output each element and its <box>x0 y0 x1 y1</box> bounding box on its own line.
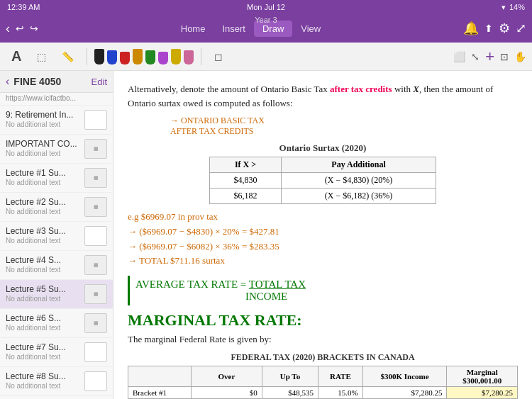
sidebar-thumb-5: ▦ <box>84 255 107 275</box>
pen-blue[interactable] <box>107 50 117 64</box>
sidebar-thumb-8 <box>84 342 107 362</box>
surtax-table-title: Ontario Surtax (2020) <box>209 142 436 154</box>
back-button[interactable]: ‹ <box>6 21 10 36</box>
tab-home[interactable]: Home <box>172 21 214 37</box>
fed-col-rate: RATE <box>318 366 363 386</box>
sidebar-url: https://www.icifactbo... <box>0 93 113 106</box>
fed-col-300k: $300K Income <box>362 366 447 386</box>
sidebar-item-4[interactable]: Lecture #3 Su... No additional text <box>0 222 113 251</box>
fed-col-over: Over <box>192 366 262 386</box>
sidebar-items-list: 9: Retirement In... No additional text I… <box>0 106 113 396</box>
add-page-button[interactable]: + Page <box>0 396 113 399</box>
sidebar-item-2[interactable]: Lecture #1 Su... No additional text ▦ <box>0 164 113 193</box>
fed-row-0: Bracket #1$0$48,53515.0%$7,280.25$7,280.… <box>128 386 518 398</box>
expand-icon[interactable]: ⤢ <box>516 21 526 36</box>
fed-cell-0-4: $7,280.25 <box>362 386 447 398</box>
sidebar-item-9[interactable]: Lecture #8 Su... No additional text <box>0 367 113 396</box>
zoom-toggle[interactable]: ⤡ <box>471 51 480 62</box>
hand-label-ontario: → ONTARIO BASIC TAXAFTER TAX CREDITS <box>170 116 518 137</box>
tab-insert[interactable]: Insert <box>214 21 254 37</box>
pen-pink[interactable] <box>184 50 194 64</box>
pen-green[interactable] <box>145 50 155 64</box>
text-tool[interactable]: A <box>6 45 27 67</box>
surtax-cell-1-1: (X − $6,182) (36%) <box>282 189 436 204</box>
sidebar-item-5[interactable]: Lecture #4 S... No additional text ▦ <box>0 251 113 280</box>
pen-yellow[interactable] <box>171 49 181 64</box>
avg-tax-rate-section: AVERAGE TAX RATE = TOTAL TAX INCOME <box>128 276 518 305</box>
sidebar-item-title-0: 9: Retirement In... <box>6 110 80 120</box>
top-toolbar: ‹ ↩ ↪ Year 3 Home Insert Draw View 🔔 ⬆ ⚙… <box>0 14 532 43</box>
add-content-button[interactable]: + <box>485 47 494 66</box>
example-line4: → TOTAL $711.16 surtax <box>128 254 518 269</box>
sidebar-item-1[interactable]: IMPORTANT CO... No additional text ▦ <box>0 135 113 164</box>
example-line3: → ($6969.07 − $6082) × 36% = $283.35 <box>128 240 518 254</box>
pen-orange[interactable] <box>133 49 143 64</box>
sidebar-item-0[interactable]: 9: Retirement In... No additional text <box>0 106 113 135</box>
sidebar-item-sub-7: No additional text <box>6 324 80 332</box>
fed-cell-0-5: $7,280.25 <box>447 386 518 398</box>
sidebar-item-sub-4: No additional text <box>6 237 80 245</box>
fed-col-bracket <box>128 366 192 386</box>
sidebar-back-icon[interactable]: ‹ <box>6 75 9 88</box>
settings-icon[interactable]: ⚙ <box>499 21 510 36</box>
eraser-tool[interactable]: ◻ <box>209 48 228 65</box>
undo-button[interactable]: ↩ <box>16 23 24 34</box>
surtax-row-1: $6,182(X − $6,182) (36%) <box>210 189 436 204</box>
bell-icon[interactable]: 🔔 <box>463 21 479 36</box>
fed-cell-0-0: Bracket #1 <box>128 386 192 398</box>
redo-button[interactable]: ↪ <box>30 23 38 34</box>
avg-rate-numerator: TOTAL TAX <box>249 279 306 290</box>
lasso-tool[interactable]: ⬚ <box>31 48 52 65</box>
avg-rate-label: AVERAGE TAX RATE = <box>135 279 246 290</box>
example-line2: → ($6969.07 − $4830) × 20% = $427.81 <box>128 225 518 240</box>
avg-rate-denominator: INCOME <box>135 291 287 302</box>
sidebar-thumb-6: ▦ <box>84 284 107 304</box>
tool-divider-2 <box>201 48 201 65</box>
surtax-section: Ontario Surtax (2020) If X > Pay Additio… <box>209 142 436 204</box>
sidebar-item-8[interactable]: Lecture #7 Su... No additional text <box>0 338 113 367</box>
sidebar-item-7[interactable]: Lecture #6 S... No additional text ▦ <box>0 309 113 338</box>
sidebar-thumb-1: ▦ <box>84 139 107 159</box>
sidebar-item-sub-0: No additional text <box>6 120 80 128</box>
page-view-toggle[interactable]: ⬜ <box>453 51 465 62</box>
sidebar-thumb-7: ▦ <box>84 313 107 333</box>
sidebar-item-title-9: Lecture #8 Su... <box>6 371 80 381</box>
sidebar-item-title-5: Lecture #4 S... <box>6 255 80 265</box>
sidebar-thumb-4 <box>84 226 107 246</box>
sidebar-item-3[interactable]: Lecture #2 Su... No additional text ▦ <box>0 193 113 222</box>
finger-draw-toggle[interactable]: ✋ <box>514 51 526 62</box>
more-options-button[interactable]: ⊡ <box>500 51 509 62</box>
share-icon[interactable]: ⬆ <box>484 23 493 34</box>
x-variable: X <box>413 84 419 94</box>
sidebar-item-title-3: Lecture #2 Su... <box>6 197 80 207</box>
sidebar-thumb-2: ▦ <box>84 168 107 188</box>
surtax-row-0: $4,830(X − $4,830) (20%) <box>210 173 436 189</box>
time-display: 12:39 AM <box>7 3 40 11</box>
content-area[interactable]: Alternatively, denote the amount of Onta… <box>113 71 532 399</box>
pen-tools <box>94 49 194 64</box>
sidebar: ‹ FINE 4050 Edit https://www.icifactbo..… <box>0 71 113 399</box>
surtax-cell-1-0: $6,182 <box>210 189 282 204</box>
day-display: Mon Jul 12 <box>247 3 285 11</box>
pen-black[interactable] <box>94 49 104 64</box>
sidebar-item-sub-6: No additional text <box>6 295 80 303</box>
sidebar-item-sub-9: No additional text <box>6 382 80 390</box>
ruler-tool[interactable]: 📏 <box>56 48 79 65</box>
example-notes: e.g $6969.07 in prov tax → ($6969.07 − $… <box>128 210 518 269</box>
main-layout: ‹ FINE 4050 Edit https://www.icifactbo..… <box>0 71 532 399</box>
pen-red[interactable] <box>120 52 130 64</box>
sidebar-item-6[interactable]: Lecture #5 Su... No additional text ▦ <box>0 280 113 309</box>
sidebar-item-title-1: IMPORTANT CO... <box>6 139 80 149</box>
sidebar-item-sub-2: No additional text <box>6 179 80 186</box>
sidebar-thumb-0 <box>84 110 107 130</box>
tab-view[interactable]: View <box>292 21 329 37</box>
sidebar-item-title-4: Lecture #3 Su... <box>6 226 80 236</box>
wifi-icon: ▾ <box>501 3 506 12</box>
sidebar-header: ‹ FINE 4050 Edit <box>0 71 113 93</box>
federal-tax-table-container: FEDERAL TAX (2020) BRACKETS IN CANADA Ov… <box>128 352 518 399</box>
pen-purple[interactable] <box>158 52 168 64</box>
edit-button[interactable]: Edit <box>92 77 107 87</box>
surtax-cell-0-1: (X − $4,830) (20%) <box>282 173 436 189</box>
fed-col-marginal: Marginal$300,001.00 <box>447 366 518 386</box>
example-line1: e.g $6969.07 in prov tax <box>128 210 518 225</box>
